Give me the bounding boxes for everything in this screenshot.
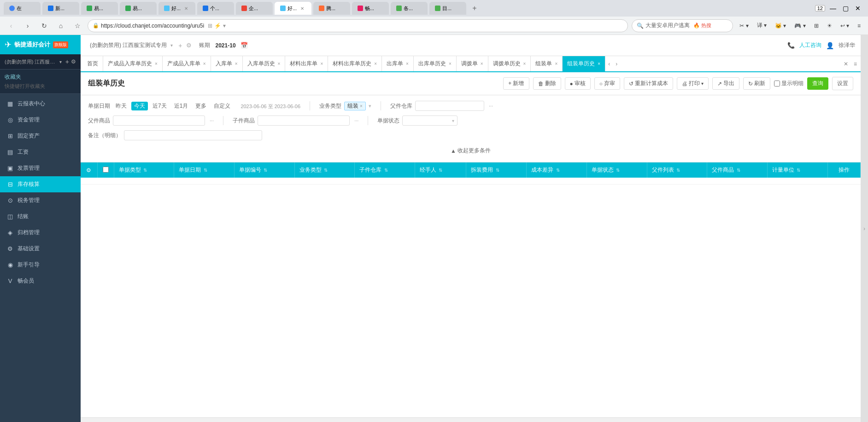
address-bar[interactable]: 🔒 https://cloud.chanjet.com/accounting/u…: [88, 19, 628, 32]
tab-close-in-order[interactable]: ×: [235, 61, 238, 66]
recalc-btn[interactable]: ↺ 重新计算成本: [624, 77, 673, 90]
tab-close-assemble-hist[interactable]: ×: [523, 61, 526, 66]
minimize-btn[interactable]: —: [828, 5, 838, 12]
emoji-btn[interactable]: 🐱 ▾: [772, 20, 789, 32]
col-unit[interactable]: 计量单位 ⇅: [767, 162, 827, 178]
tabs-left-arrow[interactable]: ‹: [605, 61, 613, 67]
col-check[interactable]: [97, 162, 114, 178]
sidebar-item-member[interactable]: V 畅会员: [0, 273, 81, 289]
browser-tab-2[interactable]: 新...: [42, 2, 79, 15]
select-all-checkbox[interactable]: [103, 167, 109, 173]
sidebar-item-fund[interactable]: ◎ 资金管理: [0, 112, 81, 128]
refresh-btn[interactable]: ↻ 刷新: [743, 77, 770, 90]
add-btn[interactable]: + 新增: [503, 77, 529, 90]
tab-out[interactable]: 出库单 ×: [382, 56, 414, 71]
add-company-icon[interactable]: +: [65, 58, 69, 65]
sidebar-item-tax[interactable]: ⊙ 税务管理: [0, 192, 81, 208]
settings-top-btn[interactable]: 设置: [832, 77, 853, 90]
status-select[interactable]: ▾: [402, 116, 457, 126]
sidebar-item-settlement[interactable]: ◫ 结账: [0, 208, 81, 225]
scissors-btn[interactable]: ✂ ▾: [737, 20, 751, 32]
sidebar-item-inventory[interactable]: ⊟ 库存核算: [0, 176, 81, 192]
export-btn[interactable]: ↗ 导出: [712, 77, 739, 90]
tab-close-mat-out[interactable]: ×: [320, 61, 323, 66]
sun-btn[interactable]: ☀: [824, 20, 835, 32]
tab-close-out[interactable]: ×: [406, 61, 409, 66]
tab-prod-in-hist[interactable]: 产成品入库单历史 ×: [103, 56, 163, 71]
col-parent-goods[interactable]: 父件商品 ⇅: [707, 162, 768, 178]
tab-action-more[interactable]: ≡: [852, 61, 859, 67]
browser-tab-9[interactable]: 腾...: [313, 2, 350, 15]
right-panel-toggle[interactable]: ›: [861, 35, 868, 422]
col-child-warehouse[interactable]: 子件仓库 ⇅: [355, 162, 415, 178]
remark-input[interactable]: [124, 130, 262, 140]
settings-company-icon[interactable]: ⚙: [71, 58, 76, 65]
col-order-date[interactable]: 单据日期 ⇅: [174, 162, 235, 178]
browser-tab-1[interactable]: 在: [4, 2, 41, 15]
home-btn[interactable]: ⌂: [54, 19, 67, 32]
parent-goods-input[interactable]: [113, 116, 205, 126]
col-disassemble-fee[interactable]: 拆装费用 ⇅: [466, 162, 527, 178]
date-btn-7days[interactable]: 近7天: [150, 102, 170, 110]
close-window-btn[interactable]: ✕: [853, 5, 862, 12]
tab-combo[interactable]: 组装单 ×: [531, 56, 563, 71]
tab-close-8[interactable]: ✕: [300, 6, 304, 11]
sidebar-item-archive[interactable]: ◈ 归档管理: [0, 225, 81, 241]
tab-close-mat-out-hist[interactable]: ×: [374, 61, 377, 66]
col-parent-list[interactable]: 父件列表 ⇅: [647, 162, 707, 178]
browser-tab-3[interactable]: 易...: [81, 2, 118, 15]
tab-close-combo-hist[interactable]: ×: [598, 61, 600, 66]
tab-out-hist[interactable]: 出库单历史 ×: [414, 56, 457, 71]
undo-btn[interactable]: ↩ ▾: [838, 20, 852, 32]
col-order-status[interactable]: 单据状态 ⇅: [586, 162, 647, 178]
tab-mat-out-hist[interactable]: 材料出库单历史 ×: [328, 56, 382, 71]
col-order-no[interactable]: 单据编号 ⇅: [234, 162, 294, 178]
date-btn-more[interactable]: 更多: [193, 102, 209, 110]
show-detail-checkbox-label[interactable]: 显示明细: [774, 80, 803, 87]
biz-type-dropdown-icon[interactable]: ▾: [369, 103, 371, 109]
tab-action-close[interactable]: ✕: [842, 61, 850, 67]
browser-tab-4[interactable]: 易...: [120, 2, 157, 15]
grid-btn[interactable]: ⊞: [811, 20, 821, 32]
company-selector[interactable]: (勿删勿禁用) 江西服宝测试专用 ▾ + ⚙: [0, 54, 81, 69]
tab-in-order[interactable]: 入库单 ×: [211, 56, 243, 71]
tabs-right-arrow[interactable]: ›: [613, 61, 620, 67]
sidebar-item-guide[interactable]: ◉ 新手引导: [0, 257, 81, 273]
child-goods-more[interactable]: ···: [354, 118, 358, 123]
browser-tab-8[interactable]: 好... ✕: [275, 2, 311, 15]
browser-tab-10[interactable]: 畅...: [352, 2, 389, 15]
plus-icon[interactable]: +: [178, 42, 182, 49]
calendar-icon[interactable]: 📅: [240, 42, 248, 49]
delete-btn[interactable]: 🗑 删除: [533, 77, 561, 90]
date-btn-today[interactable]: 今天: [131, 102, 148, 110]
sidebar-item-cloud-report[interactable]: ▦ 云报表中心: [0, 96, 81, 112]
child-goods-input[interactable]: [258, 116, 350, 126]
col-biz-type[interactable]: 业务类型 ⇅: [294, 162, 355, 178]
back-btn[interactable]: ‹: [5, 19, 18, 32]
tab-combo-hist[interactable]: 组装单历史 ×: [563, 56, 605, 71]
browser-tab-5[interactable]: 好... ✕: [158, 2, 195, 15]
settings-header-icon[interactable]: ⚙: [186, 42, 192, 49]
col-settings[interactable]: ⚙: [81, 162, 97, 178]
tab-assemble-hist[interactable]: 调拨单历史 ×: [488, 56, 531, 71]
show-detail-checkbox[interactable]: [774, 81, 780, 87]
browser-tab-7[interactable]: 企...: [236, 2, 273, 15]
bottom-scrollbar[interactable]: [81, 417, 861, 422]
service-label[interactable]: 人工咨询: [799, 41, 821, 49]
biz-type-tag-remove[interactable]: ×: [360, 104, 363, 109]
dropdown-company-icon[interactable]: ▾: [170, 43, 173, 48]
bookmark-btn[interactable]: ☆: [71, 19, 84, 32]
translate-btn[interactable]: 译 ▾: [754, 20, 769, 32]
forward-btn[interactable]: ›: [21, 19, 34, 32]
parent-warehouse-more[interactable]: ···: [489, 103, 493, 109]
browser-tab-6[interactable]: 个...: [197, 2, 234, 15]
sidebar-item-basic[interactable]: ⚙ 基础设置: [0, 241, 81, 257]
tab-close-prod-in[interactable]: ×: [203, 61, 206, 66]
col-cost-diff[interactable]: 成本差异 ⇅: [527, 162, 587, 178]
sidebar-item-fixed-assets[interactable]: ⊞ 固定资产: [0, 128, 81, 144]
reload-btn[interactable]: ↻: [38, 19, 51, 32]
print-btn[interactable]: 🖨 打印 ▾: [677, 77, 709, 90]
col-handler[interactable]: 经手人 ⇅: [415, 162, 466, 178]
date-btn-custom[interactable]: 自定义: [211, 102, 233, 110]
parent-warehouse-input[interactable]: [415, 101, 484, 111]
